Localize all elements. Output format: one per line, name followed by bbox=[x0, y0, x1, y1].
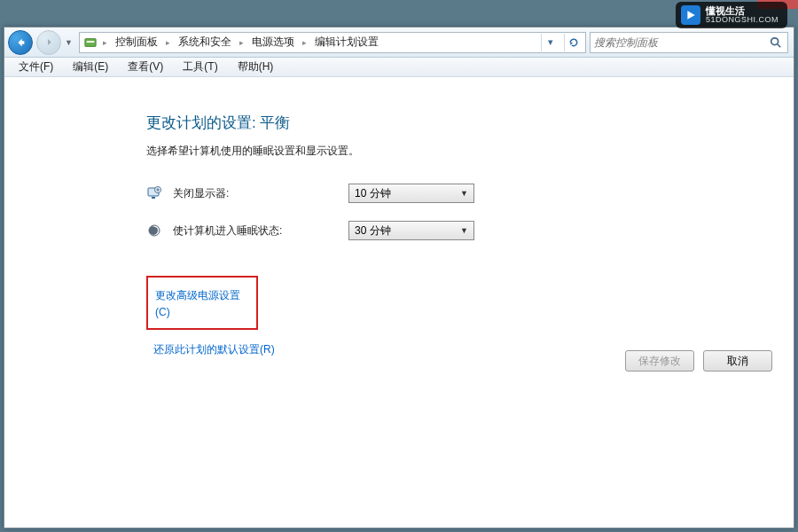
breadcrumb-control-panel[interactable]: 控制面板 bbox=[113, 33, 160, 51]
links-section: 更改高级电源设置(C) 还原此计划的默认设置(R) bbox=[146, 276, 765, 357]
chevron-right-icon: ▸ bbox=[103, 38, 107, 47]
cancel-button[interactable]: 取消 bbox=[703, 350, 772, 372]
menu-file[interactable]: 文件(F) bbox=[10, 58, 62, 76]
advanced-power-settings-link[interactable]: 更改高级电源设置(C) bbox=[155, 289, 240, 318]
menu-view[interactable]: 查看(V) bbox=[119, 58, 172, 76]
search-input[interactable] bbox=[594, 36, 768, 49]
breadcrumb-power-options[interactable]: 电源选项 bbox=[249, 33, 297, 51]
page-description: 选择希望计算机使用的睡眠设置和显示设置。 bbox=[146, 144, 765, 159]
menu-help[interactable]: 帮助(H) bbox=[229, 58, 283, 76]
play-icon bbox=[681, 5, 700, 25]
highlighted-link-box: 更改高级电源设置(C) bbox=[146, 276, 258, 330]
chevron-right-icon: ▸ bbox=[166, 38, 170, 47]
sleep-value: 30 分钟 bbox=[355, 223, 391, 239]
forward-button[interactable] bbox=[36, 30, 61, 55]
navigation-bar: ▼ ▸ 控制面板 ▸ 系统和安全 ▸ 电源选项 ▸ 编辑计划设置 ▾ bbox=[4, 27, 794, 58]
display-off-select[interactable]: 10 分钟 ▼ bbox=[348, 184, 474, 203]
sleep-select[interactable]: 30 分钟 ▼ bbox=[348, 221, 474, 240]
site-watermark: 懂视生活 51DONGSHI.COM bbox=[676, 2, 787, 28]
display-off-icon bbox=[146, 185, 162, 201]
page-title: 更改计划的设置: 平衡 bbox=[146, 113, 765, 133]
sleep-icon bbox=[146, 223, 162, 239]
display-off-value: 10 分钟 bbox=[355, 186, 391, 201]
back-button[interactable] bbox=[8, 30, 33, 55]
chevron-down-icon: ▼ bbox=[460, 226, 468, 235]
address-bar[interactable]: ▸ 控制面板 ▸ 系统和安全 ▸ 电源选项 ▸ 编辑计划设置 ▾ bbox=[79, 32, 586, 53]
setting-sleep-computer: 使计算机进入睡眠状态: 30 分钟 ▼ bbox=[146, 221, 765, 240]
action-buttons: 保存修改 取消 bbox=[625, 350, 772, 372]
chevron-right-icon: ▸ bbox=[239, 38, 244, 47]
main-content: 更改计划的设置: 平衡 选择希望计算机使用的睡眠设置和显示设置。 关闭显示器: … bbox=[4, 77, 794, 357]
chevron-right-icon: ▸ bbox=[302, 38, 307, 47]
menu-bar: 文件(F) 编辑(E) 查看(V) 工具(T) 帮助(H) bbox=[4, 58, 794, 77]
nav-history-dropdown[interactable]: ▼ bbox=[65, 38, 75, 47]
control-panel-icon bbox=[83, 35, 98, 50]
display-off-label: 关闭显示器: bbox=[173, 186, 338, 201]
address-dropdown[interactable]: ▾ bbox=[541, 34, 559, 51]
svg-point-2 bbox=[771, 37, 778, 44]
svg-line-3 bbox=[778, 43, 781, 47]
menu-edit[interactable]: 编辑(E) bbox=[64, 58, 117, 76]
setting-turn-off-display: 关闭显示器: 10 分钟 ▼ bbox=[146, 184, 765, 203]
save-button: 保存修改 bbox=[625, 350, 694, 372]
breadcrumb-system-safety[interactable]: 系统和安全 bbox=[176, 33, 234, 51]
refresh-button[interactable] bbox=[564, 34, 582, 51]
chevron-down-icon: ▼ bbox=[460, 189, 468, 198]
sleep-label: 使计算机进入睡眠状态: bbox=[173, 223, 338, 239]
menu-tools[interactable]: 工具(T) bbox=[174, 58, 226, 76]
svg-rect-1 bbox=[87, 41, 95, 43]
control-panel-window: ▼ ▸ 控制面板 ▸ 系统和安全 ▸ 电源选项 ▸ 编辑计划设置 ▾ bbox=[4, 27, 794, 528]
breadcrumb-edit-plan[interactable]: 编辑计划设置 bbox=[312, 33, 381, 51]
search-box[interactable] bbox=[590, 32, 788, 53]
svg-rect-5 bbox=[152, 197, 155, 199]
search-icon[interactable] bbox=[768, 35, 784, 51]
watermark-sub: 51DONGSHI.COM bbox=[706, 16, 778, 25]
